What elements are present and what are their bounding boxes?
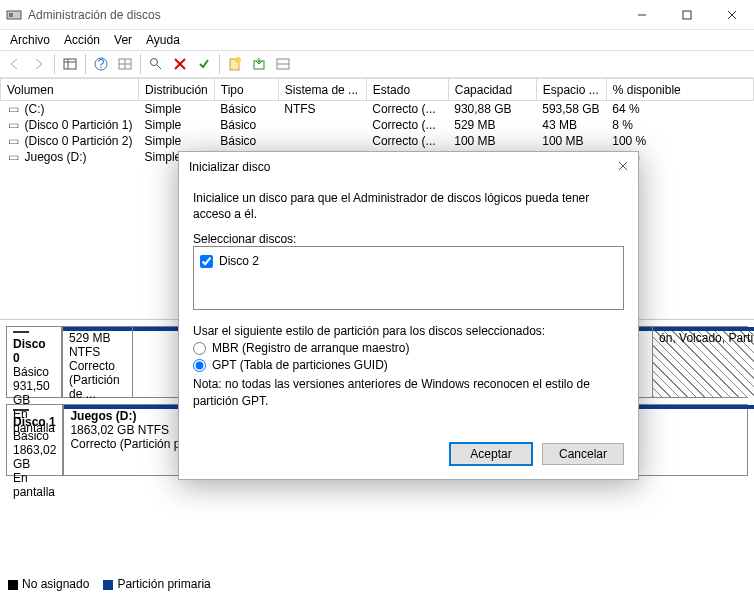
svg-rect-6 [64, 59, 76, 69]
disk-status: En pantalla [13, 471, 56, 499]
volume-cell: 593,58 GB [536, 101, 606, 118]
column-header[interactable]: Espacio ... [536, 79, 606, 101]
volume-cell: Básico [214, 133, 278, 149]
volume-cell [278, 133, 366, 149]
volume-cell: Correcto (... [366, 133, 448, 149]
dialog-close-icon[interactable] [618, 160, 628, 174]
column-header[interactable]: Volumen [1, 79, 139, 101]
disk-name: Disco 1 [13, 415, 56, 429]
app-icon [6, 7, 22, 23]
back-icon [4, 53, 26, 75]
initialize-disk-dialog: Inicializar disco Inicialice un disco pa… [178, 151, 639, 480]
volume-cell: Simple [139, 101, 215, 118]
menu-file[interactable]: Archivo [4, 31, 56, 49]
volume-name: ▭Juegos (D:) [1, 149, 139, 165]
svg-text:?: ? [98, 57, 105, 71]
partition-status: Correcto (Partición de ... [69, 359, 126, 401]
partition[interactable]: 529 MB NTFSCorrecto (Partición de ... [62, 327, 132, 397]
svg-point-19 [235, 57, 241, 63]
volume-cell [278, 117, 366, 133]
column-header[interactable]: Capacidad [448, 79, 536, 101]
ok-button[interactable]: Aceptar [450, 443, 532, 465]
new-icon[interactable] [224, 53, 246, 75]
menu-help[interactable]: Ayuda [140, 31, 186, 49]
mbr-radio[interactable] [193, 342, 206, 355]
volume-row[interactable]: ▭(Disco 0 Partición 2)SimpleBásicoCorrec… [1, 133, 754, 149]
disk-label[interactable]: Disco 0Básico931,50 GBEn pantalla [7, 327, 62, 397]
volume-cell: Simple [139, 133, 215, 149]
partition-status: ón, Volcado, Parti [659, 331, 754, 345]
menu-view[interactable]: Ver [108, 31, 138, 49]
toolbar: ? [0, 50, 754, 78]
disk-2-checkbox[interactable] [200, 255, 213, 268]
disk-select-box: Disco 2 [193, 246, 624, 310]
minimize-button[interactable] [619, 0, 664, 30]
disk-name: Disco 0 [13, 337, 55, 365]
dialog-note: Nota: no todas las versiones anteriores … [193, 376, 624, 408]
import-icon[interactable] [248, 53, 270, 75]
menu-action[interactable]: Acción [58, 31, 106, 49]
column-header[interactable]: Tipo [214, 79, 278, 101]
volume-row[interactable]: ▭(Disco 0 Partición 1)SimpleBásicoCorrec… [1, 117, 754, 133]
forward-icon [28, 53, 50, 75]
volume-icon: ▭ [7, 118, 21, 132]
mbr-option[interactable]: MBR (Registro de arranque maestro) [193, 341, 624, 355]
gpt-label: GPT (Tabla de particiones GUID) [212, 358, 388, 372]
volume-cell: 100 % [606, 133, 753, 149]
volume-icon: ▭ [7, 134, 21, 148]
volume-name: ▭(C:) [1, 101, 139, 118]
partition-info: 529 MB NTFS [69, 331, 126, 359]
menu-bar: Archivo Acción Ver Ayuda [0, 30, 754, 50]
svg-point-14 [151, 59, 158, 66]
table-view-icon[interactable] [59, 53, 81, 75]
volume-row[interactable]: ▭(C:)SimpleBásicoNTFSCorrecto (...930,88… [1, 101, 754, 118]
close-button[interactable] [709, 0, 754, 30]
volume-name: ▭(Disco 0 Partición 1) [1, 117, 139, 133]
select-disks-label: Seleccionar discos: [193, 232, 624, 246]
disk-label[interactable]: Disco 1Básico1863,02 GBEn pantalla [7, 405, 63, 475]
svg-rect-3 [683, 11, 691, 19]
delete-icon[interactable] [169, 53, 191, 75]
layout-icon[interactable] [272, 53, 294, 75]
cancel-button[interactable]: Cancelar [542, 443, 624, 465]
legend-primary: Partición primaria [117, 577, 210, 591]
legend-unassigned: No asignado [22, 577, 89, 591]
volume-cell: Correcto (... [366, 101, 448, 118]
disk-icon [13, 331, 29, 333]
dialog-titlebar[interactable]: Inicializar disco [179, 152, 638, 182]
partition[interactable]: ón, Volcado, Parti [652, 327, 754, 397]
disk-size: 931,50 GB [13, 379, 55, 407]
check-icon[interactable] [193, 53, 215, 75]
volume-cell: 930,88 GB [448, 101, 536, 118]
svg-rect-1 [9, 13, 13, 17]
volume-cell: NTFS [278, 101, 366, 118]
grid-icon[interactable] [114, 53, 136, 75]
partition-style-label: Usar el siguiente estilo de partición pa… [193, 324, 624, 338]
gpt-radio[interactable] [193, 359, 206, 372]
disk-type: Básico [13, 365, 55, 379]
disk-option-row[interactable]: Disco 2 [200, 254, 617, 268]
mbr-label: MBR (Registro de arranque maestro) [212, 341, 409, 355]
volume-cell: 100 MB [448, 133, 536, 149]
volume-cell: Simple [139, 117, 215, 133]
volume-icon: ▭ [7, 102, 21, 116]
volume-cell: Correcto (... [366, 117, 448, 133]
column-header[interactable]: Sistema de ... [278, 79, 366, 101]
column-header[interactable]: Distribución [139, 79, 215, 101]
help-icon[interactable]: ? [90, 53, 112, 75]
title-bar: Administración de discos [0, 0, 754, 30]
disk-size: 1863,02 GB [13, 443, 56, 471]
gpt-option[interactable]: GPT (Tabla de particiones GUID) [193, 358, 624, 372]
maximize-button[interactable] [664, 0, 709, 30]
window-title: Administración de discos [28, 8, 619, 22]
column-header[interactable]: % disponible [606, 79, 753, 101]
volume-cell: Básico [214, 101, 278, 118]
volume-icon: ▭ [7, 150, 21, 164]
column-header[interactable]: Estado [366, 79, 448, 101]
volume-cell: 43 MB [536, 117, 606, 133]
dialog-title: Inicializar disco [189, 160, 270, 174]
disk-2-label: Disco 2 [219, 254, 259, 268]
dialog-intro: Inicialice un disco para que el Administ… [193, 190, 624, 222]
legend: No asignado Partición primaria [8, 577, 211, 591]
search-icon[interactable] [145, 53, 167, 75]
